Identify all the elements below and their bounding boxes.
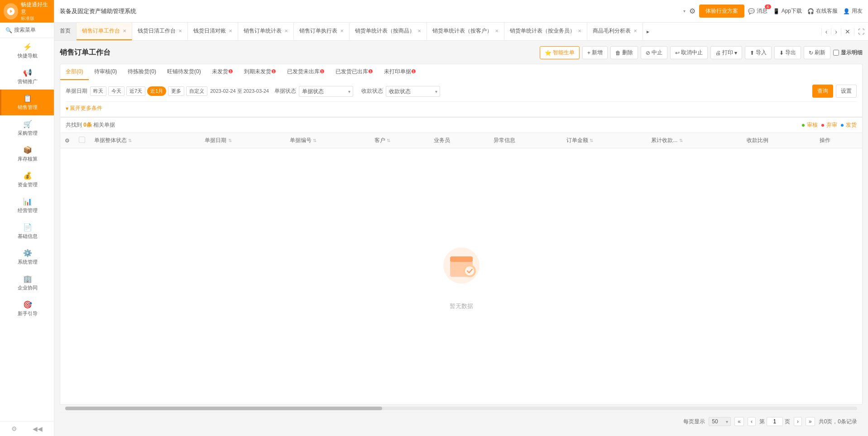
- per-page-select[interactable]: 10 20 50 100: [709, 417, 731, 426]
- sort-received-icon[interactable]: ⇅: [679, 138, 683, 143]
- sidebar-search[interactable]: 🔍 搜索菜单: [0, 23, 54, 38]
- message-action[interactable]: 💬 6 消息: [748, 7, 767, 15]
- sub-tab-pending-review[interactable]: 待审核(0): [89, 64, 123, 80]
- status-select[interactable]: 单据状态: [299, 86, 353, 97]
- smart-create-btn[interactable]: ⭐ 智能生单: [540, 46, 580, 59]
- tab-sales-staff[interactable]: 销货单统计表（按业务员） ✕: [504, 23, 587, 40]
- tab-home[interactable]: 首页: [54, 23, 77, 40]
- tab-cash-clear[interactable]: 钱货日清工作台 ✕: [132, 23, 188, 40]
- cancel-review-action-btn[interactable]: 弃审: [821, 121, 837, 129]
- tab-sales-order[interactable]: 销售订单工作台 ✕: [77, 23, 132, 40]
- sidebar-item-purchase[interactable]: 🛒 采购管理: [0, 115, 54, 141]
- tab-next-icon[interactable]: ›: [831, 28, 841, 35]
- show-detail-checkbox[interactable]: [833, 50, 839, 56]
- tab-close-sales-exec[interactable]: ✕: [340, 28, 344, 33]
- stop-btn[interactable]: ⊘ 中止: [641, 46, 667, 59]
- sub-tab-pending-inspect[interactable]: 待拣验货(0): [122, 64, 162, 80]
- tab-sales-exec[interactable]: 销售订单执行表 ✕: [294, 23, 350, 40]
- cancel-stop-btn[interactable]: ↩ 取消中止: [670, 46, 708, 59]
- page-input[interactable]: [767, 417, 783, 426]
- sub-tab-overdue[interactable]: 到期未发货❶: [239, 64, 282, 80]
- show-detail-label[interactable]: 显示明细: [833, 49, 863, 57]
- tab-close-profit[interactable]: ✕: [633, 28, 637, 33]
- sub-tab-not-printed[interactable]: 未打印单据❶: [379, 64, 422, 80]
- system-icon: ⚙️: [23, 249, 32, 257]
- tab-close-sales-order[interactable]: ✕: [123, 28, 126, 33]
- sub-tab-all[interactable]: 全部(0): [60, 64, 89, 80]
- tab-more-btn[interactable]: ▸: [643, 28, 653, 35]
- tab-prev-icon[interactable]: ‹: [821, 28, 831, 35]
- more-btn[interactable]: 更多: [168, 86, 184, 96]
- sub-tabs: 全部(0) 待审核(0) 待拣验货(0) 旺铺待发货(0) 未发货❶ 到期未发货…: [60, 64, 863, 80]
- prev-page-btn[interactable]: ‹: [748, 417, 756, 426]
- yesterday-btn[interactable]: 昨天: [90, 86, 106, 96]
- setting-icon[interactable]: ⚙: [689, 7, 695, 15]
- delete-btn[interactable]: 🗑 删除: [610, 46, 638, 59]
- industry-btn[interactable]: 体验行业方案: [699, 5, 744, 18]
- tab-sales-stat[interactable]: 销售订单统计表 ✕: [238, 23, 294, 40]
- sub-tab-shipped-not-out[interactable]: 已发货未出库❶: [282, 64, 330, 80]
- sidebar-item-inventory[interactable]: 📦 库存核算: [0, 141, 54, 167]
- first-page-btn[interactable]: «: [734, 417, 744, 426]
- next-page-btn[interactable]: ›: [794, 417, 802, 426]
- sidebar-item-guide[interactable]: 🎯 新手引导: [0, 296, 54, 322]
- tab-close-sales-product[interactable]: ✕: [417, 28, 421, 33]
- tab-sales-customer[interactable]: 销货单统计表（按客户） ✕: [427, 23, 504, 40]
- select-all-checkbox[interactable]: [79, 137, 85, 143]
- last-month-btn[interactable]: 近1月: [147, 86, 166, 96]
- sidebar-item-sales[interactable]: 📋 销售管理: [0, 90, 54, 115]
- print-btn[interactable]: 🖨 打印 ▾: [710, 46, 742, 59]
- last7days-btn[interactable]: 近7天: [126, 86, 145, 96]
- date-filter: 单据日期 昨天 今天 近7天 近1月 更多 自定义 2023-02-24 至 2…: [66, 86, 269, 96]
- sidebar-item-basic-info[interactable]: 📄 基础信息: [0, 218, 54, 244]
- pagination-total: 共0页，0条记录: [819, 418, 857, 426]
- today-btn[interactable]: 今天: [108, 86, 125, 96]
- tab-close-all-icon[interactable]: ✕: [841, 28, 854, 35]
- sidebar-item-marketing[interactable]: 📢 营销推广: [0, 64, 54, 90]
- online-service-action[interactable]: 🎧 在线客服: [807, 7, 838, 15]
- sort-number-icon[interactable]: ⇅: [313, 138, 317, 143]
- col-settings-icon[interactable]: ⚙: [65, 137, 70, 144]
- sidebar-item-system[interactable]: ⚙️ 系统管理: [0, 244, 54, 270]
- sidebar-item-operations[interactable]: 📊 经营管理: [0, 193, 54, 218]
- sidebar-item-quick-nav[interactable]: ⚡ 快捷导航: [0, 38, 54, 64]
- settings-bottom-icon[interactable]: ⚙: [11, 425, 17, 432]
- tab-fullscreen-icon[interactable]: ⛶: [854, 28, 868, 35]
- user-action[interactable]: 👤 用友: [843, 7, 863, 15]
- horizontal-scrollbar[interactable]: [65, 407, 857, 410]
- query-btn[interactable]: 查询: [812, 85, 833, 98]
- tab-sales-product[interactable]: 销货单统计表（按商品） ✕: [350, 23, 427, 40]
- sort-status-icon[interactable]: ⇅: [128, 138, 132, 143]
- last-page-btn[interactable]: »: [806, 417, 815, 426]
- ship-action-btn[interactable]: 发货: [841, 121, 857, 129]
- tab-close-sales-customer[interactable]: ✕: [495, 28, 499, 33]
- tab-close-sales-staff[interactable]: ✕: [578, 28, 581, 33]
- payment-select[interactable]: 收款状态: [386, 86, 440, 97]
- sort-date-icon[interactable]: ⇅: [228, 138, 232, 143]
- sub-tab-not-shipped[interactable]: 未发货❶: [206, 64, 239, 80]
- tab-close-cash-account[interactable]: ✕: [229, 28, 232, 33]
- system-dropdown[interactable]: ▾: [683, 9, 686, 14]
- sub-tab-shipped-out[interactable]: 已发货已出库❶: [330, 64, 379, 80]
- filter-settings-btn[interactable]: 设置: [836, 85, 857, 98]
- sort-customer-icon[interactable]: ⇅: [387, 138, 390, 143]
- scroll-thumb[interactable]: [65, 407, 382, 410]
- tab-close-cash-clear[interactable]: ✕: [178, 28, 182, 33]
- export-btn[interactable]: ⬇ 导出: [774, 46, 801, 59]
- sub-tab-wangpu-pending[interactable]: 旺铺待发货(0): [162, 64, 206, 80]
- sidebar-item-enterprise[interactable]: 🏢 企业协同: [0, 270, 54, 296]
- tab-close-sales-stat[interactable]: ✕: [284, 28, 288, 33]
- review-action-btn[interactable]: 审核: [802, 121, 818, 129]
- collapse-icon[interactable]: ◀◀: [33, 425, 43, 432]
- sort-amount-icon[interactable]: ⇅: [590, 138, 593, 143]
- import-btn[interactable]: ⬆ 导入: [745, 46, 772, 59]
- expand-btn[interactable]: ▾ 展开更多条件: [66, 104, 857, 112]
- tab-cash-account[interactable]: 钱货日清对账 ✕: [188, 23, 238, 40]
- sidebar-item-finance[interactable]: 💰 资金管理: [0, 167, 54, 193]
- custom-btn[interactable]: 自定义: [186, 86, 207, 96]
- add-btn[interactable]: + 新增: [582, 46, 608, 59]
- filter-row: 单据日期 昨天 今天 近7天 近1月 更多 自定义 2023-02-24 至 2…: [66, 85, 857, 98]
- app-download-action[interactable]: 📱 App下载: [773, 7, 802, 15]
- refresh-btn[interactable]: ↻ 刷新: [804, 46, 830, 59]
- tab-profit[interactable]: 商品毛利分析表 ✕: [587, 23, 643, 40]
